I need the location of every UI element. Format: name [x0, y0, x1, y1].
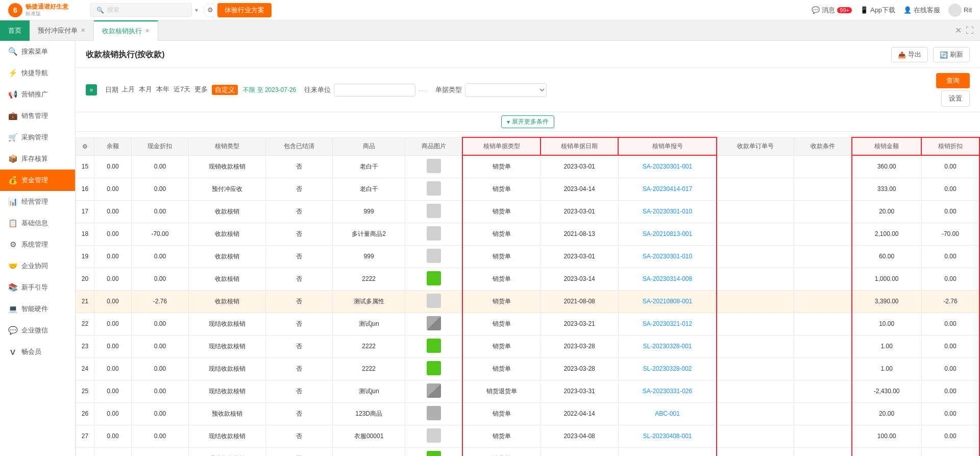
- close-all-icon[interactable]: ✕: [955, 26, 962, 35]
- sidebar-item-inventory[interactable]: 📦 库存核算: [0, 148, 75, 170]
- th-bill-report-type: 核销单据类型: [462, 137, 540, 155]
- td-cancel-type: 收款核销: [188, 268, 265, 290]
- th-settings[interactable]: ⚙: [76, 137, 94, 155]
- expand-icon: ▾: [507, 118, 510, 126]
- search-placeholder: 搜索: [107, 6, 119, 14]
- tab-prepay[interactable]: 预付冲应付单 ✕: [30, 20, 94, 41]
- table-row: 24 0.00 0.00 现结收款核销 否 2222 销货单 2023-03-2…: [76, 357, 980, 380]
- bill-report-no-link[interactable]: SA-20230414-017: [643, 185, 692, 193]
- sidebar-item-member[interactable]: V 畅会员: [0, 341, 75, 363]
- sidebar-item-wechat-label: 企业微信: [21, 326, 48, 335]
- logo-icon: 6: [8, 3, 22, 17]
- td-bill-report-no: SA-20230321-012: [618, 313, 717, 335]
- user-info[interactable]: Rit: [948, 4, 972, 17]
- query-button[interactable]: 查询: [936, 73, 970, 88]
- sidebar-item-sales[interactable]: 💼 销售管理: [0, 105, 75, 127]
- gear-button[interactable]: ⚙: [203, 3, 217, 17]
- bill-report-no-link[interactable]: SA-20230321-012: [643, 320, 692, 327]
- expand-more-btn[interactable]: ▾ 展开更多条件: [501, 115, 554, 128]
- bill-report-no-link[interactable]: SA-20230301-001: [643, 163, 692, 170]
- td-balance: 0.00: [94, 200, 132, 223]
- last-month-link[interactable]: 上月: [121, 85, 135, 95]
- td-balance: 0.00: [94, 335, 132, 357]
- sidebar-item-marketing[interactable]: 📢 营销推广: [0, 84, 75, 105]
- this-year-link[interactable]: 本年: [156, 85, 169, 95]
- bill-report-no-link[interactable]: SL-20230408-001: [643, 433, 692, 440]
- bill-report-no-link[interactable]: SL-20230328-002: [643, 365, 692, 372]
- counterpart-label: 往来单位: [304, 85, 331, 94]
- bill-type-select[interactable]: [465, 83, 547, 97]
- bill-report-no-link[interactable]: SA-20230331-026: [643, 388, 692, 395]
- export-button[interactable]: 📤 导出: [891, 47, 928, 62]
- bill-report-no-link[interactable]: ABC-001: [655, 410, 680, 417]
- td-cash-discount: 0.00: [131, 447, 188, 456]
- bill-report-no-link[interactable]: SA-20230301-010: [643, 253, 692, 260]
- td-bill-report-type: 销货单: [462, 425, 540, 447]
- td-cash-discount: 0.00: [131, 178, 188, 200]
- tab-home[interactable]: 首页: [0, 20, 30, 41]
- custom-date-link[interactable]: 自定义: [212, 85, 238, 95]
- td-goods: 2222: [333, 335, 405, 357]
- td-goods: 2222: [333, 447, 405, 456]
- sidebar-item-system[interactable]: ⚙ 系统管理: [0, 234, 75, 255]
- search-bar[interactable]: 🔍 搜索: [90, 3, 192, 17]
- bill-report-no-link[interactable]: SA-20230301-010: [643, 208, 692, 215]
- table-row: 15 0.00 0.00 现销收款核销 否 老白干 销货单 2023-03-01…: [76, 155, 980, 178]
- inventory-icon: 📦: [8, 154, 17, 163]
- online-service-btn[interactable]: 👤 在线客服: [903, 6, 940, 15]
- td-cancel-discount: 0.00: [921, 178, 979, 200]
- td-goods: 老白干: [333, 155, 405, 178]
- sidebar-item-collaboration[interactable]: 🤝 企业协同: [0, 255, 75, 277]
- app-download-btn[interactable]: 📱 App下载: [860, 6, 895, 15]
- td-cancel-discount: 0.00: [921, 380, 979, 402]
- user-avatar: [948, 4, 962, 17]
- date-filter: 日期 上月 本月 本年 近7天 更多 自定义 不限 至 2023-07-26: [105, 85, 296, 95]
- table-body: 15 0.00 0.00 现销收款核销 否 老白干 销货单 2023-03-01…: [76, 155, 980, 456]
- td-goods: 测试多属性: [333, 290, 405, 313]
- bill-report-no-link[interactable]: SL-20230328-001: [643, 343, 692, 350]
- sidebar-item-purchase[interactable]: 🛒 采购管理: [0, 127, 75, 148]
- sidebar-item-hardware[interactable]: 💻 智能硬件: [0, 298, 75, 320]
- filter-expand-btn[interactable]: »: [86, 84, 97, 95]
- sidebar-item-guide[interactable]: 📚 新手引导: [0, 277, 75, 298]
- refresh-button[interactable]: 🔄 刷新: [933, 47, 970, 62]
- maximize-icon[interactable]: ⛶: [966, 26, 974, 35]
- message-label: 消息: [822, 6, 835, 15]
- table-container[interactable]: ⚙ 余额 现金折扣 核销类型 包含已结清 商品 商品图片 核销单据类型 核销单据…: [76, 132, 980, 456]
- last-7-days-link[interactable]: 近7天: [174, 85, 190, 95]
- sidebar-item-wechat[interactable]: 💬 企业微信: [0, 320, 75, 341]
- wechat-icon: 💬: [8, 326, 17, 335]
- prepay-close-icon[interactable]: ✕: [81, 27, 85, 34]
- td-cancel-amount: 1.00: [852, 335, 922, 357]
- dropdown-arrow[interactable]: ▾: [195, 7, 198, 14]
- this-month-link[interactable]: 本月: [139, 85, 152, 95]
- td-bill-report-type: 销货单: [462, 290, 540, 313]
- td-cancel-type: 收款核销: [188, 245, 265, 268]
- td-cancel-amount: 360.00: [852, 155, 922, 178]
- prepay-label: 预付冲应付单: [38, 26, 78, 35]
- td-cancel-amount: -2,430.00: [852, 380, 922, 402]
- td-bill-report-type: 销货单: [462, 335, 540, 357]
- td-cancel-type: 现结收款核销: [188, 380, 265, 402]
- sidebar-item-shortcuts[interactable]: ⚡ 快捷导航: [0, 62, 75, 84]
- message-btn[interactable]: 💬 消息 99+: [812, 6, 852, 15]
- sidebar-item-member-label: 畅会员: [21, 347, 41, 356]
- bill-report-no-link[interactable]: SA-20210813-001: [643, 230, 692, 237]
- sidebar-item-search[interactable]: 🔍 搜索菜单: [0, 41, 75, 62]
- table-row: 19 0.00 0.00 收款核销 否 999 销货单 2023-03-01 S…: [76, 245, 980, 268]
- table-row: 25 0.00 0.00 现结收款核销 否 测试jun 销货退货单 2023-0…: [76, 380, 980, 402]
- sidebar-item-finance[interactable]: 💰 资金管理: [0, 170, 75, 191]
- counterpart-input[interactable]: [334, 84, 415, 97]
- nav-tabs: 首页 预付冲应付单 ✕ 收款核销执行 ✕ ✕ ⛶: [0, 20, 980, 41]
- setting-button[interactable]: 设置: [941, 90, 970, 107]
- industry-btn[interactable]: 休验行业方案: [217, 3, 272, 17]
- sidebar-item-management[interactable]: 📊 经营管理: [0, 191, 75, 212]
- tab-current[interactable]: 收款核销执行 ✕: [94, 20, 158, 41]
- current-close-icon[interactable]: ✕: [145, 28, 150, 34]
- bill-report-no-link[interactable]: SA-20230314-008: [643, 275, 692, 282]
- sidebar-item-basic-info[interactable]: 📋 基础信息: [0, 212, 75, 234]
- td-settled: 否: [265, 425, 332, 447]
- td-receipt-order-no: [717, 223, 794, 245]
- more-date-link[interactable]: 更多: [194, 85, 208, 95]
- bill-report-no-link[interactable]: SA-20210808-001: [643, 298, 692, 305]
